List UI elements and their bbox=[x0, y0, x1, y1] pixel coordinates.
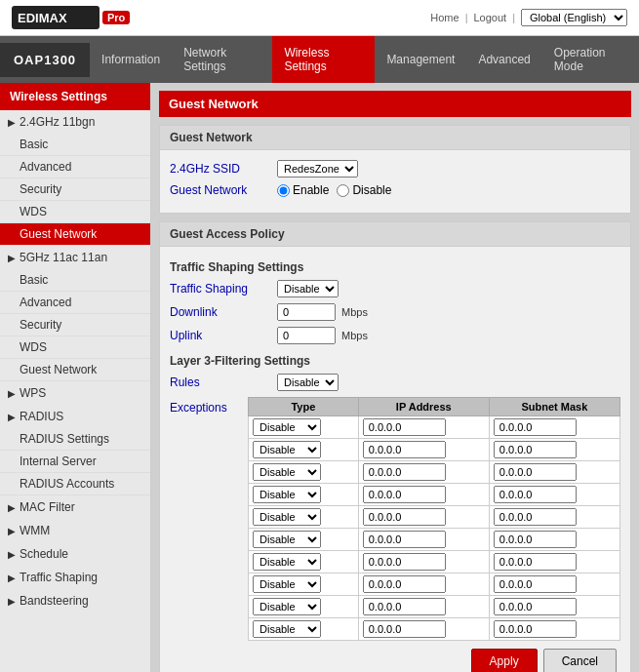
exception-ip-input-7[interactable] bbox=[363, 575, 446, 593]
sidebar-item-internal-server[interactable]: Internal Server bbox=[0, 451, 150, 473]
disable-radio[interactable] bbox=[337, 184, 349, 197]
sidebar-item-bandsteering[interactable]: ▶ Bandsteering bbox=[0, 589, 150, 613]
exception-mask-input-3[interactable] bbox=[494, 486, 577, 503]
sidebar-item-wmm[interactable]: ▶ WMM bbox=[0, 519, 150, 542]
col-ip: IP Address bbox=[358, 398, 489, 416]
sidebar-item-advanced-24[interactable]: Advanced bbox=[0, 156, 150, 178]
exception-type-select-2[interactable]: DisableEnable bbox=[253, 463, 321, 481]
exception-ip-7 bbox=[358, 573, 489, 596]
exception-type-select-1[interactable]: DisableEnable bbox=[253, 441, 321, 458]
exception-mask-input-6[interactable] bbox=[494, 553, 577, 571]
sidebar-item-advanced-5[interactable]: Advanced bbox=[0, 292, 150, 314]
sidebar-item-traffic-shaping[interactable]: ▶ Traffic Shaping bbox=[0, 566, 150, 589]
sidebar-group-header-5ghz[interactable]: ▶ 5GHz 11ac 11an bbox=[0, 246, 150, 269]
layer3-subsection-header: Layer 3-Filtering Settings bbox=[170, 354, 620, 368]
exception-ip-input-9[interactable] bbox=[363, 620, 446, 638]
exception-mask-5 bbox=[489, 529, 619, 551]
sidebar-label-traffic: Traffic Shaping bbox=[20, 571, 98, 584]
exception-mask-input-2[interactable] bbox=[494, 463, 577, 481]
sidebar-item-wps[interactable]: ▶ WPS bbox=[0, 381, 150, 405]
exceptions-table-inner: Type IP Address Subnet Mask DisableEnabl… bbox=[248, 397, 620, 641]
exception-type-3: DisableEnable bbox=[249, 484, 359, 506]
exception-ip-input-0[interactable] bbox=[363, 418, 446, 436]
button-bar: Apply Cancel bbox=[170, 641, 620, 672]
uplink-label: Uplink bbox=[170, 329, 277, 342]
sidebar-item-radius-accounts[interactable]: RADIUS Accounts bbox=[0, 473, 150, 495]
exception-ip-input-4[interactable] bbox=[363, 508, 446, 526]
ssid-row: 2.4GHz SSID RedesZone bbox=[170, 160, 620, 178]
exception-type-5: DisableEnable bbox=[249, 529, 359, 551]
exception-mask-input-1[interactable] bbox=[494, 441, 577, 458]
exception-mask-input-5[interactable] bbox=[494, 531, 577, 548]
sidebar-item-security-5[interactable]: Security bbox=[0, 314, 150, 336]
sidebar-item-guest-network-24[interactable]: Guest Network bbox=[0, 223, 150, 246]
enable-radio[interactable] bbox=[277, 184, 290, 197]
nav-advanced[interactable]: Advanced bbox=[466, 43, 541, 76]
sidebar-item-basic-5[interactable]: Basic bbox=[0, 269, 150, 292]
sidebar-group-label-radius: RADIUS bbox=[20, 410, 63, 423]
home-link[interactable]: Home bbox=[430, 12, 459, 23]
exception-mask-3 bbox=[489, 484, 619, 506]
nav-network-settings[interactable]: Network Settings bbox=[172, 36, 272, 83]
sidebar-item-wds-24[interactable]: WDS bbox=[0, 201, 150, 223]
exception-type-select-0[interactable]: DisableEnable bbox=[253, 418, 321, 436]
exception-type-select-3[interactable]: DisableEnable bbox=[253, 486, 321, 503]
sidebar-group-header-24ghz[interactable]: ▶ 2.4GHz 11bgn bbox=[0, 110, 150, 134]
sidebar-item-mac-filter[interactable]: ▶ MAC Filter bbox=[0, 495, 150, 519]
guest-network-label: Guest Network bbox=[170, 183, 277, 197]
downlink-input[interactable] bbox=[277, 303, 336, 321]
exception-type-select-6[interactable]: DisableEnable bbox=[253, 553, 321, 571]
nav-information[interactable]: Information bbox=[90, 43, 172, 76]
logo-area: EDIMAX Pro bbox=[12, 6, 130, 29]
logout-link[interactable]: Logout bbox=[473, 12, 506, 23]
guest-access-policy-body: Traffic Shaping Settings Traffic Shaping… bbox=[160, 247, 630, 672]
sidebar-item-guest-network-5[interactable]: Guest Network bbox=[0, 359, 150, 381]
sidebar-group-label-24ghz: 2.4GHz 11bgn bbox=[20, 115, 95, 129]
table-row: DisableEnable bbox=[249, 484, 620, 506]
apply-button[interactable]: Apply bbox=[471, 649, 538, 672]
exception-mask-input-8[interactable] bbox=[494, 598, 577, 615]
sidebar-item-security-24[interactable]: Security bbox=[0, 178, 150, 201]
exception-mask-8 bbox=[489, 596, 619, 618]
exception-type-select-4[interactable]: DisableEnable bbox=[253, 508, 321, 526]
nav-wireless-settings[interactable]: Wireless Settings bbox=[272, 36, 375, 83]
exception-type-select-7[interactable]: DisableEnable bbox=[253, 575, 321, 593]
exception-ip-input-2[interactable] bbox=[363, 463, 446, 481]
exception-ip-input-5[interactable] bbox=[363, 531, 446, 548]
exception-ip-input-3[interactable] bbox=[363, 486, 446, 503]
sidebar-item-schedule[interactable]: ▶ Schedule bbox=[0, 542, 150, 566]
sidebar-label-wps: WPS bbox=[20, 386, 46, 400]
exception-mask-input-4[interactable] bbox=[494, 508, 577, 526]
disable-label: Disable bbox=[352, 183, 391, 197]
arrow-icon-radius: ▶ bbox=[8, 412, 16, 422]
exception-mask-1 bbox=[489, 439, 619, 461]
sidebar-item-basic-24[interactable]: Basic bbox=[0, 134, 150, 156]
exception-mask-input-9[interactable] bbox=[494, 620, 577, 638]
navbar: OAP1300 Information Network Settings Wir… bbox=[0, 36, 639, 83]
rules-select[interactable]: Disable Enable bbox=[277, 374, 339, 391]
arrow-icon-wmm: ▶ bbox=[8, 526, 16, 536]
exception-type-select-9[interactable]: DisableEnable bbox=[253, 620, 321, 638]
exception-type-select-5[interactable]: DisableEnable bbox=[253, 531, 321, 548]
sidebar-item-wds-5[interactable]: WDS bbox=[0, 336, 150, 359]
exception-type-select-8[interactable]: DisableEnable bbox=[253, 598, 321, 615]
traffic-shaping-select[interactable]: Disable Enable bbox=[277, 280, 339, 297]
exception-mask-input-0[interactable] bbox=[494, 418, 577, 436]
guest-network-section-header: Guest Network bbox=[160, 126, 630, 150]
sidebar-group-header-radius[interactable]: ▶ RADIUS bbox=[0, 405, 150, 428]
exception-ip-input-8[interactable] bbox=[363, 598, 446, 615]
exception-ip-9 bbox=[358, 618, 489, 641]
uplink-value: Mbps bbox=[277, 327, 368, 344]
exception-mask-input-7[interactable] bbox=[494, 575, 577, 593]
language-select[interactable]: Global (English) bbox=[521, 9, 627, 26]
uplink-input[interactable] bbox=[277, 327, 336, 344]
exceptions-label: Exceptions bbox=[170, 397, 248, 641]
cancel-button[interactable]: Cancel bbox=[543, 649, 617, 672]
nav-operation-mode[interactable]: Operation Mode bbox=[542, 36, 639, 83]
exception-ip-input-1[interactable] bbox=[363, 441, 446, 458]
sidebar-group-5ghz: ▶ 5GHz 11ac 11an Basic Advanced Security… bbox=[0, 246, 150, 381]
exception-ip-input-6[interactable] bbox=[363, 553, 446, 571]
sidebar-item-radius-settings[interactable]: RADIUS Settings bbox=[0, 428, 150, 451]
ssid-select[interactable]: RedesZone bbox=[277, 160, 358, 178]
nav-management[interactable]: Management bbox=[375, 43, 466, 76]
